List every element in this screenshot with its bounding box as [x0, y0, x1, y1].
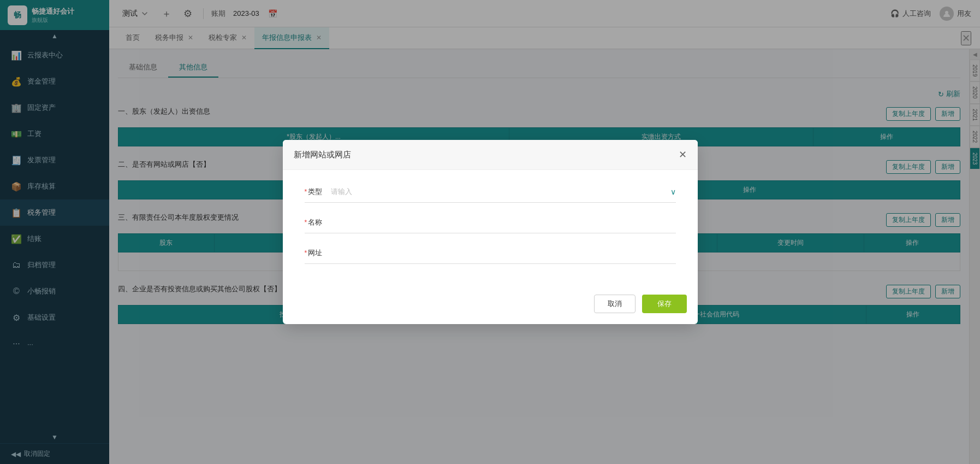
form-field-url: *网址 — [305, 246, 676, 264]
save-button[interactable]: 保存 — [642, 295, 687, 313]
modal-overlay: 新增网站或网店 ✕ *类型 ∨ *名称 — [0, 0, 980, 464]
required-star-2: * — [305, 219, 307, 226]
form-field-name: *名称 — [305, 216, 676, 233]
modal-close-button[interactable]: ✕ — [679, 149, 687, 161]
modal-body: *类型 ∨ *名称 *网址 — [283, 170, 698, 288]
type-label: *类型 — [305, 187, 323, 197]
dropdown-arrow-icon[interactable]: ∨ — [670, 187, 676, 196]
form-row-type: *类型 ∨ — [305, 185, 676, 203]
form-row-name: *名称 — [305, 216, 676, 233]
modal-footer: 取消 保存 — [283, 288, 698, 324]
cancel-button[interactable]: 取消 — [594, 295, 635, 313]
add-website-modal: 新增网站或网店 ✕ *类型 ∨ *名称 — [283, 140, 698, 324]
required-star: * — [305, 188, 307, 196]
required-star-3: * — [305, 249, 307, 257]
form-row-url: *网址 — [305, 246, 676, 264]
type-input[interactable] — [331, 185, 664, 198]
modal-header: 新增网站或网店 ✕ — [283, 140, 698, 170]
name-label: *名称 — [305, 218, 323, 227]
url-input[interactable] — [331, 246, 675, 259]
modal-title: 新增网站或网店 — [294, 150, 351, 160]
form-field-type: *类型 ∨ — [305, 185, 676, 203]
url-label: *网址 — [305, 248, 323, 258]
name-input[interactable] — [331, 216, 675, 228]
